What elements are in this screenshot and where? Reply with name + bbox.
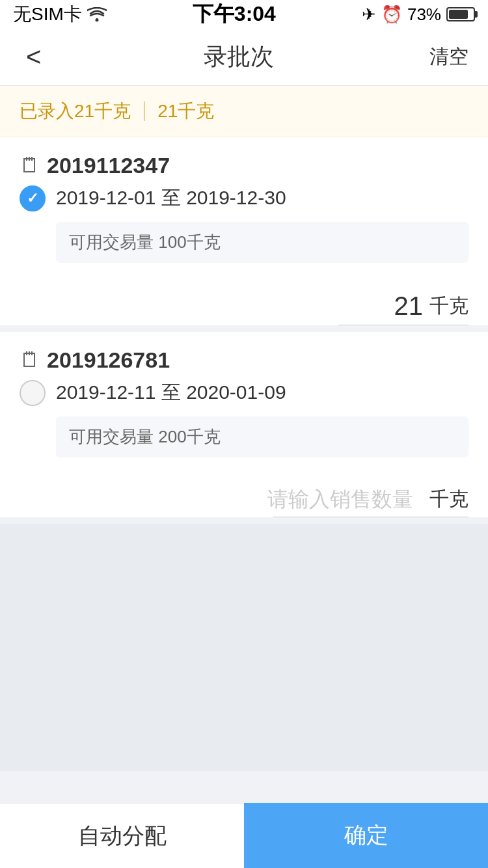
- nav-bar: < 录批次 清空: [0, 29, 488, 86]
- status-bar: 无SIM卡 下午3:04 ✈ ⏰ 73%: [0, 0, 488, 29]
- batch-2-unit: 千克: [429, 486, 468, 513]
- batch-1-date: 2019-12-01 至 2019-12-30: [56, 185, 286, 211]
- empty-area: [0, 524, 488, 771]
- batch-2-input-row: 千克: [0, 473, 488, 513]
- batch-2-available: 可用交易量 200千克: [56, 416, 468, 457]
- batch-1-amount: 21: [394, 292, 424, 321]
- batch-card-1[interactable]: 🗒 2019112347 2019-12-01 至 2019-12-30 可用交…: [0, 137, 488, 325]
- batch-icon-1: 🗒: [20, 154, 40, 178]
- battery-percent: 73%: [407, 5, 441, 25]
- status-time: 下午3:04: [193, 0, 276, 29]
- batch-1-divider: [338, 325, 468, 325]
- batch-1-header: 🗒 2019112347: [20, 153, 468, 178]
- batch-icon-2: 🗒: [20, 348, 40, 372]
- batch-card-2[interactable]: 🗒 2019126781 2019-12-11 至 2020-01-09 可用交…: [0, 332, 488, 517]
- batch-1-date-row: 2019-12-01 至 2019-12-30: [20, 185, 468, 211]
- batch-1-amount-row: 21 千克: [0, 278, 488, 321]
- qty-input-2[interactable]: [228, 487, 423, 511]
- auto-distribute-button[interactable]: 自动分配: [0, 803, 244, 868]
- alarm-icon: ⏰: [381, 5, 402, 25]
- batch-2-date: 2019-12-11 至 2020-01-09: [56, 379, 286, 406]
- batch-1-unit: 千克: [429, 293, 468, 319]
- info-banner: 已录入21千克 21千克: [0, 86, 488, 137]
- page-title: 录批次: [204, 41, 274, 73]
- amount-value-badge: 21千克: [157, 99, 214, 124]
- confirm-button[interactable]: 确定: [244, 803, 488, 868]
- info-divider: [144, 102, 144, 121]
- batch-2-date-row: 2019-12-11 至 2020-01-09: [20, 379, 468, 406]
- batch-2-radio[interactable]: [20, 380, 46, 406]
- batch-1-available: 可用交易量 100千克: [56, 222, 468, 263]
- recorded-amount: 已录入21千克: [20, 99, 131, 124]
- carrier-text: 无SIM卡: [13, 2, 82, 27]
- status-indicators: ✈ ⏰ 73%: [362, 5, 475, 25]
- clear-button[interactable]: 清空: [429, 44, 468, 70]
- batch-1-id: 2019112347: [47, 153, 170, 178]
- svg-point-0: [95, 19, 98, 22]
- batch-2-divider: [273, 517, 468, 517]
- batch-2-id: 2019126781: [47, 347, 170, 373]
- back-button[interactable]: <: [20, 36, 47, 78]
- bottom-bar: 自动分配 确定: [0, 803, 488, 868]
- wifi-icon: [87, 7, 107, 21]
- batch-1-radio[interactable]: [20, 185, 46, 211]
- status-carrier: 无SIM卡: [13, 2, 107, 27]
- battery-icon: [446, 7, 475, 21]
- batch-2-header: 🗒 2019126781: [20, 347, 468, 373]
- location-icon: ✈: [362, 5, 376, 25]
